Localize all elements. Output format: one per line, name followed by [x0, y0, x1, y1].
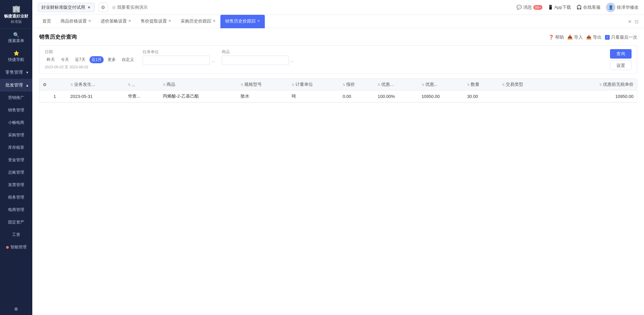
- demo-button[interactable]: ◎ 我要看实例演示: [112, 4, 148, 10]
- sidebar-item-wholesale[interactable]: 批发管理 ▲: [0, 79, 32, 92]
- sidebar-item-payroll[interactable]: 工资: [0, 229, 32, 241]
- col-extra[interactable]: ⇅ ...: [124, 79, 159, 91]
- col-discount-amt[interactable]: ⇅ 优惠...: [418, 79, 464, 91]
- data-table-container: ⚙ ⇅ 业务发生... ⇅ ...: [39, 78, 637, 103]
- import-label: 导入: [574, 34, 583, 40]
- logo-name: 畅捷通好业财: [3, 13, 30, 19]
- date-btn-yesterday[interactable]: 昨天: [45, 56, 57, 63]
- sidebar-item-tax[interactable]: 税务管理: [0, 191, 32, 204]
- sidebar-search[interactable]: 🔍 搜索菜单: [0, 29, 32, 47]
- main-area: 好业财标准版交付试用 ▼ ⚙ ◎ 我要看实例演示 💬 消息 99+ 📱 App下…: [32, 0, 644, 315]
- sidebar-marketing-label: 营销推广: [8, 95, 24, 101]
- col-discount-amt-label: 优惠...: [425, 81, 438, 88]
- sort-icon-biz-date: ⇅: [70, 83, 73, 86]
- sidebar-ecom-label: 小畅电商: [8, 120, 24, 126]
- sidebar-item-ledger[interactable]: 总账管理: [0, 166, 32, 179]
- product-dots[interactable]: ...: [290, 58, 294, 63]
- user-profile[interactable]: 👤 徐泽华修改: [606, 3, 639, 12]
- col-quantity[interactable]: ⇅ 数量: [464, 79, 499, 91]
- message-icon: 💬: [516, 5, 522, 10]
- topbar-right: 💬 消息 99+ 📱 App下载 🎧 在线客服 👤 徐泽华修改: [516, 3, 639, 12]
- last-record-checkbox[interactable]: 只看最后一次: [605, 34, 637, 40]
- sidebar-tax-label: 税务管理: [8, 195, 24, 200]
- sidebar-quick-nav-label: 快捷导航: [8, 57, 24, 63]
- col-quoted-price[interactable]: ⇅ 报价: [339, 79, 374, 91]
- from-unit-input[interactable]: [143, 56, 210, 65]
- export-label: 导出: [593, 34, 602, 40]
- sidebar-item-retail[interactable]: 零售管理 ▼: [0, 66, 32, 79]
- sidebar-item-smart[interactable]: 智能管理: [0, 241, 32, 253]
- tab-selector[interactable]: 好业财标准版交付试用 ▼: [38, 3, 95, 12]
- settings-btn[interactable]: 设置: [610, 61, 632, 70]
- tab-purchase-history[interactable]: 采购历史价跟踪 ✕: [176, 15, 220, 28]
- tab-product-price[interactable]: 商品价格设置 ✕: [56, 15, 96, 28]
- window-expand-btn[interactable]: ⊡: [635, 19, 639, 24]
- chevron-down-icon: ▼: [87, 5, 91, 9]
- col-quoted-price-label: 报价: [346, 81, 355, 88]
- cell-spec: 散水: [237, 91, 288, 102]
- tab-sales-history-label: 销售历史价跟踪: [225, 18, 256, 24]
- sidebar-item-sales[interactable]: 销售管理: [0, 104, 32, 116]
- sidebar-item-finance[interactable]: 资金管理: [0, 154, 32, 166]
- logo-version: 标准版: [3, 19, 30, 24]
- col-product[interactable]: ⇅ 商品: [159, 79, 238, 91]
- tab-purchase-strategy-close[interactable]: ✕: [128, 19, 131, 23]
- online-service-action[interactable]: 🎧 在线客服: [576, 4, 601, 10]
- tab-home[interactable]: 首页: [38, 15, 56, 28]
- col-extra-label: ...: [132, 82, 135, 87]
- tab-purchase-history-close[interactable]: ✕: [213, 19, 216, 23]
- tab-product-price-close[interactable]: ✕: [88, 19, 91, 23]
- cell-discount-pct: 100.00%: [374, 91, 418, 102]
- filter-bar: 日期 昨天 今天 近7天 近1月 更多 自定义 2023-05-02 至 202…: [39, 45, 637, 74]
- product-input[interactable]: [222, 56, 289, 65]
- from-unit-input-row: ...: [143, 56, 215, 65]
- date-btn-custom[interactable]: 自定义: [120, 56, 136, 63]
- col-pretax-price[interactable]: ⇅ 优惠前无税单价: [562, 79, 637, 91]
- date-btn-more[interactable]: 更多: [106, 56, 118, 63]
- sidebar-finance-label: 资金管理: [8, 157, 24, 163]
- from-unit-dots[interactable]: ...: [211, 58, 215, 63]
- date-btn-7days[interactable]: 近7天: [73, 56, 87, 63]
- tab-sale-extract-close[interactable]: ✕: [168, 19, 171, 23]
- sidebar-item-ecomm[interactable]: 电商管理: [0, 204, 32, 216]
- sidebar-item-fixed[interactable]: 固定资产: [0, 216, 32, 229]
- sidebar-item-ecom[interactable]: 小畅电商: [0, 116, 32, 129]
- tab-sales-history-close[interactable]: ✕: [257, 19, 260, 23]
- settings-icon: ⚙: [14, 307, 18, 312]
- import-btn[interactable]: 📥 导入: [567, 34, 583, 40]
- message-action[interactable]: 💬 消息 99+: [516, 4, 542, 10]
- col-settings[interactable]: ⚙: [39, 79, 50, 91]
- sidebar-item-invoice[interactable]: 发票管理: [0, 179, 32, 191]
- help-btn[interactable]: ❓ 帮助: [548, 34, 564, 40]
- nav-tabs: 首页 商品价格设置 ✕ 进价策略设置 ✕ 售价提取设置 ✕ 采购历史价跟踪 ✕ …: [32, 15, 644, 28]
- tab-sale-extract[interactable]: 售价提取设置 ✕: [136, 15, 176, 28]
- cell-settings: [39, 91, 50, 102]
- col-trade-type-label: 交易类型: [506, 81, 523, 88]
- date-range-text: 2023-05-02 至 2023-06-02: [45, 65, 136, 70]
- sidebar-purchase-label: 采购管理: [8, 132, 24, 138]
- col-trade-type[interactable]: ⇅ 交易类型: [499, 79, 550, 91]
- tab-sales-history[interactable]: 销售历史价跟踪 ✕: [220, 15, 265, 28]
- date-btn-today[interactable]: 今天: [59, 56, 71, 63]
- col-biz-date[interactable]: ⇅ 业务发生...: [67, 79, 124, 91]
- date-btn-1month[interactable]: 近1月: [90, 56, 104, 63]
- export-btn[interactable]: 📤 导出: [586, 34, 602, 40]
- sidebar-item-purchase[interactable]: 采购管理: [0, 129, 32, 141]
- query-btn[interactable]: 查询: [610, 49, 632, 59]
- col-unit[interactable]: ⇅ 计量单位: [288, 79, 339, 91]
- sidebar-settings[interactable]: ⚙: [0, 303, 32, 315]
- sidebar-quick-nav[interactable]: ⭐ 快捷导航: [0, 47, 32, 66]
- cell-biz-date: 2023-05-31: [67, 91, 124, 102]
- cell-discount-amt: 10950.00: [418, 91, 464, 102]
- topbar-settings-btn[interactable]: ⚙: [99, 3, 108, 12]
- col-spec[interactable]: ⇅ 规格型号: [237, 79, 288, 91]
- tab-purchase-strategy[interactable]: 进价策略设置 ✕: [96, 15, 136, 28]
- import-icon: 📥: [567, 35, 573, 40]
- window-close-btn[interactable]: ✕: [628, 19, 632, 24]
- col-discount-pct[interactable]: ⇅ 优惠...: [374, 79, 418, 91]
- col-spacer: [550, 79, 562, 91]
- app-download-action[interactable]: 📱 App下载: [548, 4, 571, 10]
- sidebar-item-inventory[interactable]: 库存核算: [0, 141, 32, 154]
- sidebar-item-marketing[interactable]: 营销推广: [0, 92, 32, 104]
- headset-icon: 🎧: [576, 5, 582, 10]
